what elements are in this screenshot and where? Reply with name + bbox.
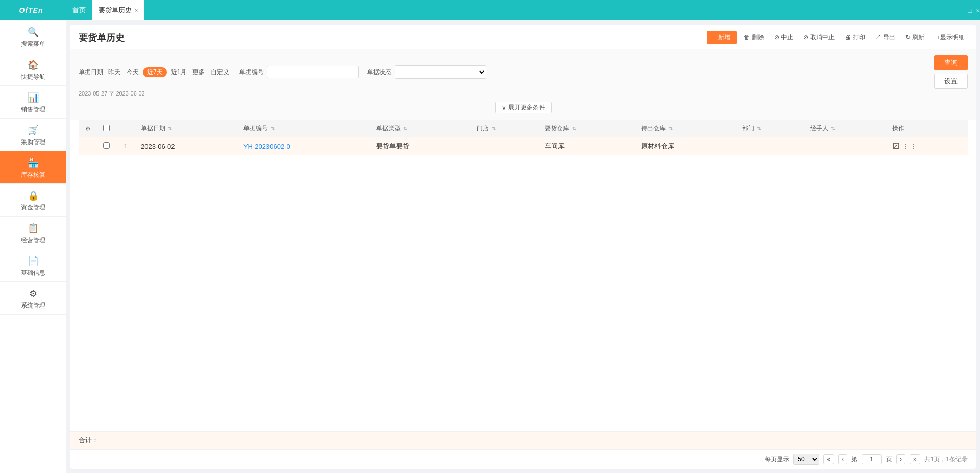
settings-icon: ⚙ <box>85 125 91 132</box>
doc-no-link[interactable]: YH-20230602-0 <box>243 143 290 150</box>
sort-doc-type-icon: ⇅ <box>403 126 407 131</box>
sidebar-item-finance-mgmt-label: 资金管理 <box>21 203 45 212</box>
td-action: 🖼 ⋮⋮ <box>887 137 968 155</box>
th-req-warehouse[interactable]: 要货仓库 ⇅ <box>540 120 636 137</box>
cancel-suspend-button[interactable]: ⊘ 取消中止 <box>800 32 838 43</box>
date-shortcut-yesterday[interactable]: 昨天 <box>106 67 122 77</box>
date-shortcut-today[interactable]: 今天 <box>125 67 141 77</box>
brand-logo: OfTEn <box>19 6 43 14</box>
delete-button[interactable]: 🗑 删除 <box>741 32 767 43</box>
th-doc-type[interactable]: 单据类型 ⇅ <box>371 120 472 137</box>
th-doc-type-label: 单据类型 <box>376 125 401 132</box>
expand-more-button[interactable]: ∨ 展开更多条件 <box>495 102 552 113</box>
th-store[interactable]: 门店 ⇅ <box>472 120 540 137</box>
content-area: 要货单历史 + 新增 🗑 删除 ⊘ 中止 ⊘ 取消中止 🖨 打印 ↗ 导出 ↻ … <box>70 25 976 469</box>
refresh-button[interactable]: ↻ 刷新 <box>902 32 927 43</box>
suspend-button[interactable]: ⊘ 中止 <box>771 32 796 43</box>
window-controls: — □ × <box>958 0 980 20</box>
settings-button[interactable]: 设置 <box>934 74 968 89</box>
sort-handler-icon: ⇅ <box>831 126 835 131</box>
purchase-mgmt-icon: 🛒 <box>28 125 39 136</box>
th-doc-date-label: 单据日期 <box>141 125 165 132</box>
show-detail-button[interactable]: □ 显示明细 <box>932 32 968 43</box>
table-footer: 合计： <box>70 431 976 449</box>
th-handler[interactable]: 经手人 ⇅ <box>805 120 887 137</box>
prev-page-button[interactable]: ‹ <box>838 454 847 464</box>
sidebar-item-inventory[interactable]: 🏪 库存核算 <box>0 151 66 184</box>
chevron-down-icon: ∨ <box>502 104 506 111</box>
last-page-button[interactable]: » <box>910 454 920 464</box>
minimize-btn[interactable]: — <box>958 7 964 14</box>
page-input[interactable] <box>862 454 882 464</box>
th-store-label: 门店 <box>477 125 489 132</box>
date-shortcut-last1month[interactable]: 近1月 <box>169 67 189 77</box>
top-nav-bar: OfTEn 首页 要货单历史 × — □ × <box>0 0 980 20</box>
th-pending-warehouse[interactable]: 待出仓库 ⇅ <box>636 120 737 137</box>
sidebar-item-search-menu[interactable]: 🔍 搜索菜单 <box>0 20 66 53</box>
basic-info-icon: 📄 <box>28 255 39 267</box>
page-prefix-label: 第 <box>851 455 857 464</box>
more-action-icon[interactable]: ⋮⋮ <box>902 142 917 150</box>
print-button[interactable]: 🖨 打印 <box>842 32 868 43</box>
td-checkbox[interactable] <box>97 137 115 155</box>
th-doc-no-label: 单据编号 <box>243 125 268 132</box>
data-table: ⚙ 单据日期 ⇅ 单据编号 ⇅ <box>79 120 968 155</box>
main-layout: 🔍 搜索菜单 🏠 快捷导航 📊 销售管理 🛒 采购管理 🏪 库存核算 🔒 资金管… <box>0 20 980 473</box>
operations-mgmt-icon: 📋 <box>28 223 39 234</box>
sidebar-item-purchase-mgmt[interactable]: 🛒 采购管理 <box>0 119 66 151</box>
sidebar-item-operations-mgmt[interactable]: 📋 经营管理 <box>0 217 66 249</box>
tab-close-btn[interactable]: × <box>135 7 138 13</box>
maximize-btn[interactable]: □ <box>968 7 972 14</box>
first-page-button[interactable]: « <box>823 454 834 464</box>
sales-mgmt-icon: 📊 <box>28 92 39 103</box>
system-mgmt-icon: ⚙ <box>29 288 37 299</box>
doc-status-label: 单据状态 <box>367 68 391 77</box>
query-button[interactable]: 查询 <box>934 55 968 70</box>
doc-no-input[interactable] <box>267 66 359 78</box>
td-store <box>472 137 540 155</box>
th-req-warehouse-label: 要货仓库 <box>545 125 569 132</box>
th-handler-label: 经手人 <box>810 125 828 132</box>
expand-more-label: 展开更多条件 <box>508 103 545 112</box>
table-container: ⚙ 单据日期 ⇅ 单据编号 ⇅ <box>70 120 976 431</box>
close-btn[interactable]: × <box>976 7 980 14</box>
sidebar-item-basic-info[interactable]: 📄 基础信息 <box>0 249 66 282</box>
select-all-checkbox[interactable] <box>103 125 110 131</box>
date-shortcut-more[interactable]: 更多 <box>190 67 207 77</box>
new-button[interactable]: + 新增 <box>707 31 737 44</box>
date-shortcut-custom[interactable]: 自定义 <box>209 67 231 77</box>
th-department-label: 部门 <box>742 125 754 132</box>
th-doc-date[interactable]: 单据日期 ⇅ <box>136 120 238 137</box>
sidebar-item-system-mgmt[interactable]: ⚙ 系统管理 <box>0 282 66 315</box>
sidebar-item-sales-mgmt[interactable]: 📊 销售管理 <box>0 86 66 119</box>
sort-pending-warehouse-icon: ⇅ <box>669 126 673 131</box>
tab-home[interactable]: 首页 <box>66 0 92 20</box>
row-checkbox[interactable] <box>103 142 110 149</box>
view-action-icon[interactable]: 🖼 <box>892 142 899 150</box>
th-action-label: 操作 <box>892 125 904 132</box>
filter-row-1: 单据日期 昨天 今天 近7天 近1月 更多 自定义 单据编号 <box>79 55 968 89</box>
td-doc-no[interactable]: YH-20230602-0 <box>238 137 371 155</box>
next-page-button[interactable]: › <box>896 454 905 464</box>
th-settings[interactable]: ⚙ <box>79 120 97 137</box>
td-settings <box>79 137 97 155</box>
date-shortcut-last7days[interactable]: 近7天 <box>143 67 167 77</box>
th-num <box>115 120 136 137</box>
sidebar-item-search-menu-label: 搜索菜单 <box>21 40 45 49</box>
sidebar-item-finance-mgmt[interactable]: 🔒 资金管理 <box>0 184 66 217</box>
per-page-select[interactable]: 50 20 100 <box>793 454 819 465</box>
th-department[interactable]: 部门 ⇅ <box>737 120 805 137</box>
tab-requisition-history[interactable]: 要货单历史 × <box>92 0 144 20</box>
sidebar-item-sales-mgmt-label: 销售管理 <box>21 105 45 114</box>
doc-status-select[interactable] <box>395 65 486 79</box>
filter-action-buttons: 查询 设置 <box>934 55 968 89</box>
td-handler <box>805 137 887 155</box>
summary-label: 合计： <box>79 436 99 444</box>
th-checkbox[interactable] <box>97 120 115 137</box>
th-doc-no[interactable]: 单据编号 ⇅ <box>238 120 371 137</box>
page-title: 要货单历史 <box>79 32 707 44</box>
sort-department-icon: ⇅ <box>757 126 761 131</box>
export-button[interactable]: ↗ 导出 <box>872 32 898 43</box>
sidebar-item-operations-mgmt-label: 经营管理 <box>21 236 45 245</box>
sidebar-item-quick-nav[interactable]: 🏠 快捷导航 <box>0 53 66 86</box>
